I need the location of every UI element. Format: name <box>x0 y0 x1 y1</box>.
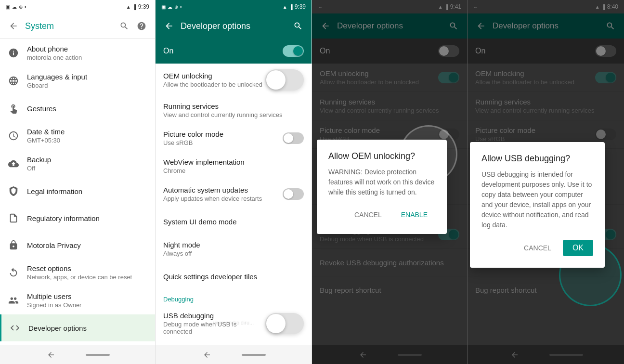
oem-enable-button[interactable]: Enable <box>393 207 435 222</box>
motorola-title: Motorola Privacy <box>27 241 147 249</box>
search-button-left[interactable] <box>118 20 130 32</box>
dev-item-usb-title: USB debugging <box>163 312 265 320</box>
legal-content: Legal information <box>27 187 147 195</box>
dev-item-oem-subtitle: Allow the bootloader to be unlocked <box>163 81 265 88</box>
dev-item-autoupdate[interactable]: Automatic system updates Apply updates w… <box>156 180 312 208</box>
menu-item-gestures[interactable]: Gestures <box>0 95 155 122</box>
back-button-left[interactable] <box>8 20 19 32</box>
usb-dialog-actions: Cancel OK <box>481 240 593 256</box>
oem-dialog-overlay: Allow OEM unlocking? WARNING: Device pro… <box>312 0 467 364</box>
dev-item-oem-content: OEM unlocking Allow the bootloader to be… <box>163 72 265 88</box>
oem-toggle-large[interactable] <box>265 69 304 91</box>
usb-cancel-button[interactable]: Cancel <box>516 240 559 256</box>
status-right-mid: ▲ ▐ 9:39 <box>283 3 306 10</box>
system-panel: ▣ ☁ ⊕ • ▲ ▐ 9:39 System Abo <box>0 0 156 364</box>
nav-back-middle[interactable] <box>201 349 213 361</box>
dev-item-quicktiles[interactable]: Quick settings developer tiles <box>156 263 312 290</box>
backup-icon <box>8 158 19 169</box>
language-icon <box>8 75 19 87</box>
battery-icon-mid: ▐ <box>289 4 293 10</box>
menu-item-backup[interactable]: Backup Off <box>0 150 155 178</box>
shield-icon-mid: ⊕ <box>174 4 178 10</box>
wifi-icon: ▲ <box>126 4 131 10</box>
dev-item-uidemo-content: System UI demo mode <box>163 218 304 226</box>
menu-item-languages[interactable]: Languages & input Gboard <box>0 67 155 95</box>
dot-icon-mid: • <box>180 4 182 10</box>
menu-item-reset[interactable]: Reset options Network, apps, or device c… <box>0 259 155 286</box>
dev-item-running-title: Running services <box>163 102 304 110</box>
on-bar-middle: On <box>156 39 312 64</box>
backup-subtitle: Off <box>27 165 147 172</box>
developer-icon <box>9 322 21 334</box>
battery-icon: ▐ <box>133 4 136 10</box>
dev-list-middle: OEM unlocking Allow the bootloader to be… <box>156 64 312 345</box>
dev-item-running-content: Running services View and control curren… <box>163 102 304 118</box>
dev-item-uidemo[interactable]: System UI demo mode <box>156 208 312 235</box>
dev-item-autoupdate-subtitle: Apply updates when device restarts <box>163 195 283 202</box>
gestures-icon <box>8 103 19 114</box>
toolbar-title-middle: Developer options <box>181 21 286 31</box>
reset-icon <box>8 267 19 278</box>
menu-item-users[interactable]: Multiple users Signed in as Owner <box>0 286 155 314</box>
dev-item-nightmode[interactable]: Night mode Always off <box>156 235 312 263</box>
menu-item-developer[interactable]: Developer options <box>0 314 155 341</box>
menu-item-regulatory[interactable]: Regulatory information <box>0 205 155 232</box>
dev-item-autoupdate-title: Automatic system updates <box>163 186 283 194</box>
oem-dialog: Allow OEM unlocking? WARNING: Device pro… <box>317 140 447 234</box>
usb-toggle-large[interactable] <box>265 313 304 334</box>
dev-item-webview-content: WebView implementation Chrome <box>163 158 304 174</box>
status-icons-left: ▣ ☁ ⊕ • <box>6 4 26 10</box>
status-icons-mid: ▣ ☁ ⊕ • <box>161 4 182 10</box>
gestures-content: Gestures <box>27 104 147 113</box>
search-button-middle[interactable] <box>292 20 304 32</box>
status-bar-left: ▣ ☁ ⊕ • ▲ ▐ 9:39 <box>0 0 155 13</box>
legal-title: Legal information <box>27 187 147 195</box>
languages-title: Languages & input <box>27 73 147 81</box>
reset-subtitle: Network, apps, or device can be reset <box>27 273 147 281</box>
cloud-icon-mid: ☁ <box>168 4 172 10</box>
datetime-subtitle: GMT+05:30 <box>27 137 147 144</box>
legal-icon <box>8 185 19 197</box>
dev-item-color[interactable]: Picture color mode Use sRGB <box>156 124 312 152</box>
menu-item-datetime[interactable]: Date & time GMT+05:30 <box>0 122 155 150</box>
menu-item-legal[interactable]: Legal information <box>0 178 155 205</box>
menu-item-motorola[interactable]: Motorola Privacy <box>0 232 155 259</box>
motorola-icon <box>8 239 19 251</box>
dev-item-running[interactable]: Running services View and control curren… <box>156 96 312 124</box>
dev-item-oem[interactable]: OEM unlocking Allow the bootloader to be… <box>156 64 312 96</box>
datetime-content: Date & time GMT+05:30 <box>27 128 147 144</box>
color-toggle[interactable] <box>283 132 304 144</box>
toolbar-title-left: System <box>25 21 113 31</box>
dev-item-oem-title: OEM unlocking <box>163 72 265 80</box>
dev-item-webview[interactable]: WebView implementation Chrome <box>156 152 312 180</box>
menu-item-about[interactable]: About phone motorola one action <box>0 39 155 67</box>
wifi-icon-mid: ▲ <box>283 4 287 10</box>
dev-item-revoke[interactable]: Revoke USB debugging authorizations <box>156 341 312 345</box>
usb-dialog: Allow USB debugging? USB debugging is in… <box>470 142 605 268</box>
languages-content: Languages & input Gboard <box>27 73 147 89</box>
developer-panel-dark1: ← ▲ ▐ 9:41 Developer options On <box>312 0 468 364</box>
about-icon <box>8 47 19 59</box>
status-bar-middle: ▣ ☁ ⊕ • ▲ ▐ 9:39 <box>156 0 312 13</box>
oem-dialog-actions: Cancel Enable <box>328 207 435 222</box>
dev-item-webview-title: WebView implementation <box>163 158 304 166</box>
autoupdate-toggle[interactable] <box>283 188 304 200</box>
shield-icon: ⊕ <box>19 4 23 10</box>
menu-item-system-updates[interactable]: System updates Updated to Android 9 <box>0 341 155 345</box>
oem-cancel-button[interactable]: Cancel <box>347 207 390 222</box>
usb-dialog-title: Allow USB debugging? <box>481 154 593 164</box>
gestures-title: Gestures <box>27 104 147 113</box>
backup-content: Backup Off <box>27 156 147 172</box>
dev-item-nightmode-title: Night mode <box>163 241 304 249</box>
dev-item-usb[interactable]: USB debugging Debug mode when USB is con… <box>156 306 312 341</box>
right-group: ← ▲ ▐ 9:41 Developer options On <box>312 0 624 364</box>
nav-back-left[interactable] <box>45 349 57 361</box>
dev-item-autoupdate-content: Automatic system updates Apply updates w… <box>163 186 283 202</box>
system-menu-list: About phone motorola one action Language… <box>0 39 155 345</box>
usb-ok-button[interactable]: OK <box>563 240 593 256</box>
on-toggle-middle[interactable] <box>283 45 304 57</box>
dev-item-nightmode-content: Night mode Always off <box>163 241 304 257</box>
back-button-middle[interactable] <box>163 20 175 32</box>
help-button-left[interactable] <box>136 20 147 32</box>
users-icon <box>8 295 19 306</box>
